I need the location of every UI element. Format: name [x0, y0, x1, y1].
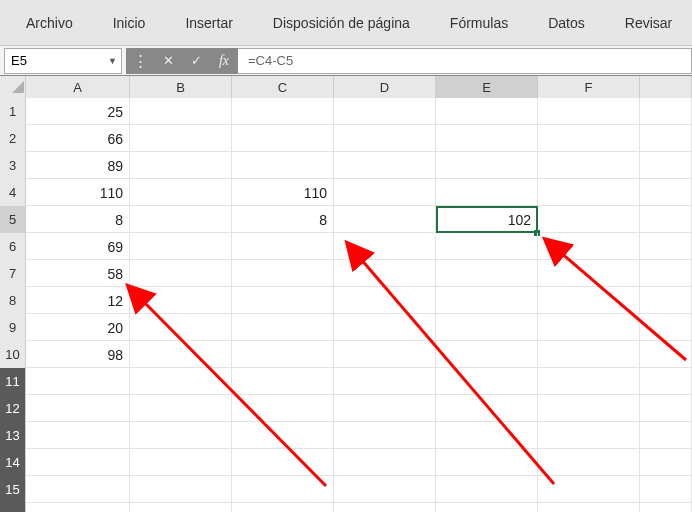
cell-D4[interactable] [334, 179, 436, 206]
cell-D7[interactable] [334, 260, 436, 287]
cancel-icon[interactable]: ✕ [154, 48, 182, 74]
formula-input[interactable]: =C4-C5 [238, 48, 692, 74]
row-header-3[interactable]: 3 [0, 152, 26, 179]
cell-G11[interactable] [640, 368, 692, 395]
cell-E6[interactable] [436, 233, 538, 260]
col-header-D[interactable]: D [334, 76, 436, 98]
cell-G1[interactable] [640, 98, 692, 125]
row-header-4[interactable]: 4 [0, 179, 26, 206]
tab-disposicion[interactable]: Disposición de página [255, 9, 428, 37]
cell-A12[interactable] [26, 395, 130, 422]
cell-C14[interactable] [232, 449, 334, 476]
cell-E12[interactable] [436, 395, 538, 422]
cell-G9[interactable] [640, 314, 692, 341]
cell-B4[interactable] [130, 179, 232, 206]
cell-F15[interactable] [538, 476, 640, 503]
cell-F11[interactable] [538, 368, 640, 395]
cell-D12[interactable] [334, 395, 436, 422]
cell-D8[interactable] [334, 287, 436, 314]
enter-icon[interactable]: ✓ [182, 48, 210, 74]
cell-B15[interactable] [130, 476, 232, 503]
cell-G8[interactable] [640, 287, 692, 314]
cell-B10[interactable] [130, 341, 232, 368]
cell-C3[interactable] [232, 152, 334, 179]
cell-D2[interactable] [334, 125, 436, 152]
cell-C16[interactable] [232, 503, 334, 512]
tab-inicio[interactable]: Inicio [95, 9, 164, 37]
cell-F6[interactable] [538, 233, 640, 260]
cell-E2[interactable] [436, 125, 538, 152]
cell-B11[interactable] [130, 368, 232, 395]
cell-E4[interactable] [436, 179, 538, 206]
row-header-7[interactable]: 7 [0, 260, 26, 287]
cell-D15[interactable] [334, 476, 436, 503]
cell-G7[interactable] [640, 260, 692, 287]
cell-F3[interactable] [538, 152, 640, 179]
row-header-8[interactable]: 8 [0, 287, 26, 314]
cell-B12[interactable] [130, 395, 232, 422]
cell-C4[interactable]: 110 [232, 179, 334, 206]
col-header-B[interactable]: B [130, 76, 232, 98]
cell-F10[interactable] [538, 341, 640, 368]
row-header-5[interactable]: 5 [0, 206, 26, 233]
cell-A3[interactable]: 89 [26, 152, 130, 179]
cell-F16[interactable] [538, 503, 640, 512]
row-header-9[interactable]: 9 [0, 314, 26, 341]
cell-B6[interactable] [130, 233, 232, 260]
cell-D14[interactable] [334, 449, 436, 476]
cell-B16[interactable] [130, 503, 232, 512]
cell-F2[interactable] [538, 125, 640, 152]
cell-G15[interactable] [640, 476, 692, 503]
cell-F9[interactable] [538, 314, 640, 341]
cell-C12[interactable] [232, 395, 334, 422]
cell-G16[interactable] [640, 503, 692, 512]
cell-D1[interactable] [334, 98, 436, 125]
row-header-13[interactable]: 13 [0, 422, 26, 449]
cell-E14[interactable] [436, 449, 538, 476]
cell-B3[interactable] [130, 152, 232, 179]
cell-A2[interactable]: 66 [26, 125, 130, 152]
cell-B8[interactable] [130, 287, 232, 314]
cell-A9[interactable]: 20 [26, 314, 130, 341]
cell-G5[interactable] [640, 206, 692, 233]
row-header-16[interactable]: 16 [0, 503, 26, 512]
cell-C2[interactable] [232, 125, 334, 152]
cell-G14[interactable] [640, 449, 692, 476]
cell-B13[interactable] [130, 422, 232, 449]
row-header-14[interactable]: 14 [0, 449, 26, 476]
cell-G6[interactable] [640, 233, 692, 260]
cell-A8[interactable]: 12 [26, 287, 130, 314]
cell-F7[interactable] [538, 260, 640, 287]
cell-G12[interactable] [640, 395, 692, 422]
name-box-dropdown-icon[interactable]: ▼ [108, 56, 117, 66]
cell-C11[interactable] [232, 368, 334, 395]
cell-D5[interactable] [334, 206, 436, 233]
cell-G13[interactable] [640, 422, 692, 449]
fx-icon[interactable]: fx [210, 48, 238, 74]
cell-C7[interactable] [232, 260, 334, 287]
cell-A15[interactable] [26, 476, 130, 503]
cell-B7[interactable] [130, 260, 232, 287]
cell-G10[interactable] [640, 341, 692, 368]
tab-insertar[interactable]: Insertar [167, 9, 250, 37]
cell-F12[interactable] [538, 395, 640, 422]
tab-formulas[interactable]: Fórmulas [432, 9, 526, 37]
row-header-11[interactable]: 11 [0, 368, 26, 395]
cell-B14[interactable] [130, 449, 232, 476]
row-header-1[interactable]: 1 [0, 98, 26, 125]
cell-D9[interactable] [334, 314, 436, 341]
cell-C15[interactable] [232, 476, 334, 503]
more-icon[interactable]: ⋮ [126, 48, 154, 74]
cell-C13[interactable] [232, 422, 334, 449]
cell-C9[interactable] [232, 314, 334, 341]
cell-C1[interactable] [232, 98, 334, 125]
cell-A10[interactable]: 98 [26, 341, 130, 368]
cell-C8[interactable] [232, 287, 334, 314]
col-header-E[interactable]: E [436, 76, 538, 98]
cell-E5[interactable]: 102 [436, 206, 538, 233]
cell-D16[interactable] [334, 503, 436, 512]
col-header-C[interactable]: C [232, 76, 334, 98]
cell-F13[interactable] [538, 422, 640, 449]
cell-C5[interactable]: 8 [232, 206, 334, 233]
cell-A14[interactable] [26, 449, 130, 476]
